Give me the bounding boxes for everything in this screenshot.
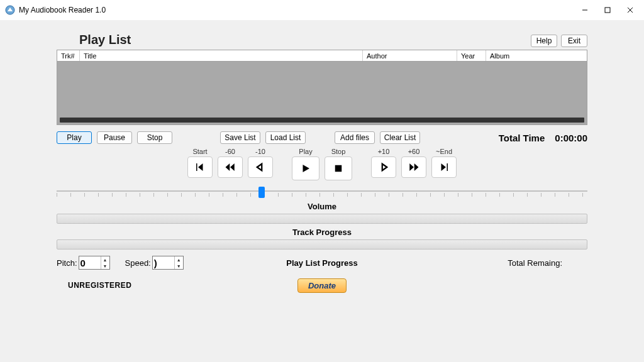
transport-controls: Start -60 -10 Play Stop +10 +60 ~End [57,148,587,180]
minimize-button[interactable] [574,1,596,19]
play-button[interactable]: Play [57,131,92,144]
window-title: My Audiobook Reader 1.0 [19,6,106,14]
col-year[interactable]: Year [457,50,486,61]
client-area: Play List Help Exit Trk# Title Author Ye… [0,20,644,362]
pause-button[interactable]: Pause [97,131,132,144]
speed-up[interactable]: ▲ [175,256,183,263]
app-icon [5,5,15,15]
rewind-60-button[interactable] [218,156,243,178]
pitch-label: Pitch: [57,258,77,268]
volume-label: Volume [57,202,587,211]
pitch-input[interactable] [79,256,101,269]
playlist-progress-bar[interactable] [57,239,587,250]
maximize-button[interactable] [596,1,619,19]
titlebar: My Audiobook Reader 1.0 [0,0,644,20]
track-progress-label: Track Progress [57,228,587,237]
pitch-down[interactable]: ▼ [101,263,109,269]
speed-down[interactable]: ▼ [175,263,183,269]
clear-list-button[interactable]: Clear List [380,131,420,144]
playlist-progress-label: Play List Progress [286,258,357,268]
speed-label: Speed: [125,258,151,268]
playlist-heading: Play List [79,33,131,47]
skip-to-end-button[interactable] [431,156,457,178]
transport-stop-button[interactable] [325,156,352,180]
track-progress-bar[interactable] [57,214,587,224]
transport-play-button[interactable] [292,156,319,180]
volume-slider[interactable] [57,188,587,198]
svg-rect-5 [335,165,342,172]
col-trk[interactable]: Trk# [57,50,80,61]
rewind-10-button[interactable] [248,156,273,178]
start-label: Start [192,148,207,156]
close-button[interactable] [619,1,641,19]
pitch-spinner[interactable]: ▲▼ [79,256,110,270]
app-window: My Audiobook Reader 1.0 Play List Help E… [0,0,644,362]
pitch-up[interactable]: ▲ [101,256,109,263]
total-remaining-label: Total Remaing: [508,258,562,268]
col-album[interactable]: Album [486,50,587,61]
play-label: Play [299,148,312,156]
plus60-label: +60 [408,148,420,156]
speed-input[interactable] [153,256,174,269]
exit-button[interactable]: Exit [561,35,587,47]
unregistered-label: UNREGISTERED [68,281,131,290]
end-label: ~End [436,148,452,156]
col-title[interactable]: Title [80,50,363,61]
help-button[interactable]: Help [531,35,557,47]
forward-10-button[interactable] [371,156,396,178]
col-author[interactable]: Author [363,50,457,61]
save-list-button[interactable]: Save List [220,131,260,144]
volume-thumb[interactable] [258,187,265,198]
stop-label: Stop [331,148,346,156]
forward-60-button[interactable] [401,156,426,178]
donate-button[interactable]: Donate [297,278,347,293]
minus10-label: -10 [255,148,265,156]
minus60-label: -60 [225,148,235,156]
playlist-grid[interactable]: Trk# Title Author Year Album [57,50,587,125]
plus10-label: +10 [378,148,390,156]
load-list-button[interactable]: Load List [265,131,306,144]
playlist-grid-header: Trk# Title Author Year Album [57,50,587,62]
svg-rect-2 [605,8,610,13]
total-time-value: 0:00:00 [555,133,587,143]
stop-button[interactable]: Stop [137,131,172,144]
speed-spinner[interactable]: ▲▼ [152,256,184,270]
skip-to-start-button[interactable] [187,156,213,178]
total-time-label: Total Time [499,133,545,143]
add-files-button[interactable]: Add files [335,131,375,144]
playlist-grid-body[interactable] [57,62,587,124]
horizontal-scrollbar[interactable] [60,118,584,123]
